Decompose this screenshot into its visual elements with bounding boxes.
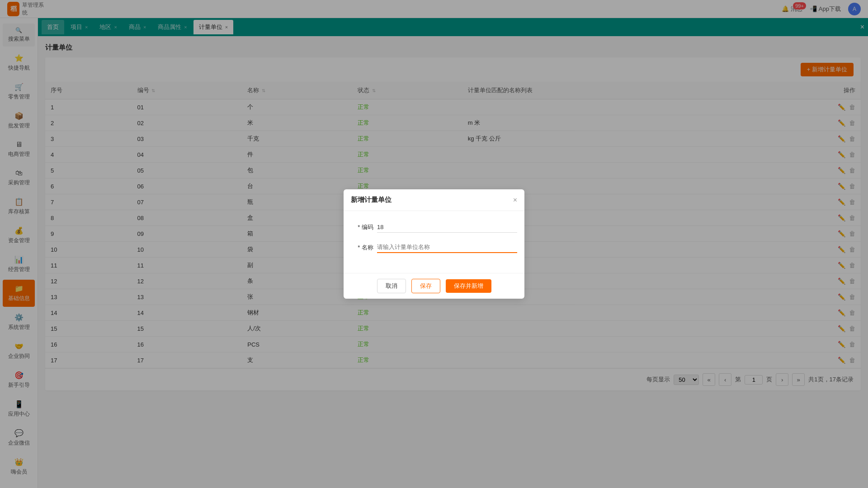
modal-title: 新增计量单位 (351, 196, 392, 204)
modal-body: * 编码 18 * 名称 (344, 211, 524, 273)
save-new-button[interactable]: 保存并新增 (446, 279, 491, 293)
modal-close-button[interactable]: × (513, 196, 517, 204)
name-input[interactable] (377, 242, 517, 253)
cancel-button[interactable]: 取消 (377, 279, 406, 293)
modal-footer: 取消 保存 保存并新增 (344, 273, 524, 299)
form-row-name: * 名称 (351, 242, 517, 253)
code-label: * 编码 (351, 223, 373, 231)
code-input[interactable]: 18 (377, 222, 517, 233)
save-button[interactable]: 保存 (411, 279, 440, 293)
add-unit-modal: 新增计量单位 × * 编码 18 * 名称 取消 保存 保存并新增 (344, 189, 524, 299)
modal-overlay: 新增计量单位 × * 编码 18 * 名称 取消 保存 保存并新增 (0, 0, 868, 488)
name-label: * 名称 (351, 244, 373, 252)
form-row-code: * 编码 18 (351, 222, 517, 233)
modal-header: 新增计量单位 × (344, 189, 524, 211)
